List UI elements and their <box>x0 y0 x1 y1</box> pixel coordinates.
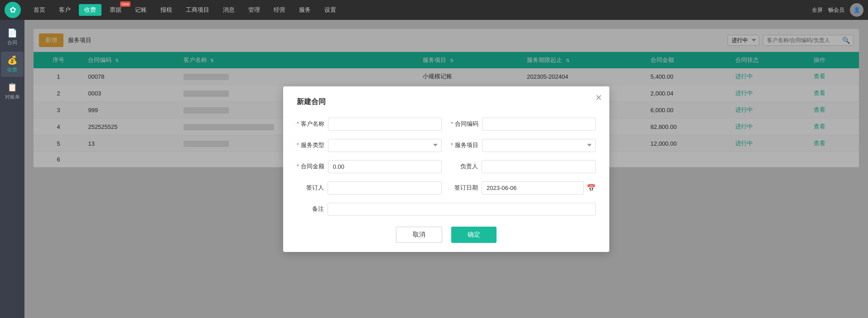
customer-name-label: 客户名称 <box>297 120 324 128</box>
avatar[interactable]: 👤 <box>850 3 863 17</box>
top-navigation: ✿ 首页 客户 收费 票据 new 记账 报税 工商项目 消息 管理 经营 服务… <box>0 0 868 20</box>
sidebar-item-fee[interactable]: 💰 收费 <box>1 52 24 77</box>
nav-invoice[interactable]: 票据 new <box>104 4 127 16</box>
nav-bookkeeping[interactable]: 记账 <box>130 4 152 16</box>
service-item-select-wrap <box>482 139 596 152</box>
new-badge: new <box>120 1 130 7</box>
sign-date-label: 签订日期 <box>451 184 478 192</box>
new-contract-modal: ✕ 新建合同 客户名称 合同编码 服务类型 <box>283 86 609 252</box>
nav-home[interactable]: 首页 <box>28 4 51 16</box>
confirm-button[interactable]: 确定 <box>451 227 497 243</box>
nav-settings[interactable]: 设置 <box>319 4 342 16</box>
responsible-input[interactable] <box>482 160 596 173</box>
contract-no-input[interactable] <box>482 118 596 131</box>
sidebar-item-contract[interactable]: 📄 合同 <box>1 24 24 50</box>
responsible-label: 负责人 <box>451 162 478 171</box>
sidebar-label-contract: 合同 <box>7 39 17 46</box>
remark-label: 备注 <box>297 205 324 213</box>
form-row-2: 服务类型 服务项目 <box>297 139 596 152</box>
signer-label: 签订人 <box>297 184 324 192</box>
form-group-customer-name: 客户名称 <box>297 118 442 131</box>
service-item-select[interactable] <box>482 139 596 152</box>
date-group: 📅 <box>482 181 596 195</box>
sign-date-input[interactable] <box>482 181 584 195</box>
content-area: 新增 服务项目 进行中 已完成 已终止 🔍 <box>24 20 868 318</box>
customer-name-input[interactable] <box>328 118 442 131</box>
form-group-contract-no: 合同编码 <box>451 118 596 131</box>
form-group-service-type: 服务类型 <box>297 139 442 152</box>
form-group-responsible: 负责人 <box>451 160 596 173</box>
signer-input[interactable] <box>328 181 442 195</box>
nav-operation[interactable]: 经营 <box>268 4 291 16</box>
nav-business[interactable]: 工商项目 <box>180 4 215 16</box>
amount-label: 合同金额 <box>297 162 324 171</box>
nav-tax[interactable]: 报税 <box>155 4 178 16</box>
contract-no-label: 合同编码 <box>451 120 478 128</box>
service-type-select-wrap <box>328 139 442 152</box>
form-group-remark: 备注 <box>297 203 596 216</box>
nav-service[interactable]: 服务 <box>294 4 316 16</box>
form-row-4: 签订人 签订日期 📅 <box>297 181 596 195</box>
statement-icon: 📋 <box>7 82 17 92</box>
modal-overlay: ✕ 新建合同 客户名称 合同编码 服务类型 <box>24 20 868 318</box>
form-row-5: 备注 <box>297 203 596 216</box>
contract-icon: 📄 <box>7 28 17 38</box>
modal-title: 新建合同 <box>297 97 596 107</box>
nav-message[interactable]: 消息 <box>217 4 240 16</box>
service-item-label: 服务项目 <box>451 141 478 149</box>
modal-footer: 取消 确定 <box>297 227 596 243</box>
amount-input[interactable] <box>328 160 442 173</box>
service-type-select[interactable] <box>328 139 442 152</box>
calendar-icon[interactable]: 📅 <box>587 184 596 192</box>
member-label[interactable]: 畅会员 <box>828 6 844 14</box>
form-group-sign-date: 签订日期 📅 <box>451 181 596 195</box>
cancel-button[interactable]: 取消 <box>396 227 442 243</box>
form-row-1: 客户名称 合同编码 <box>297 118 596 131</box>
sidebar: 📄 合同 💰 收费 📋 对账单 <box>0 20 24 318</box>
fullscreen-label[interactable]: 全屏 <box>812 6 823 14</box>
form-row-3: 合同金额 负责人 <box>297 160 596 173</box>
modal-close-button[interactable]: ✕ <box>595 93 602 103</box>
sidebar-label-statement: 对账单 <box>5 94 20 100</box>
form-group-amount: 合同金额 <box>297 160 442 173</box>
sidebar-label-fee: 收费 <box>7 66 17 73</box>
nav-fee[interactable]: 收费 <box>79 4 101 16</box>
fee-icon: 💰 <box>7 55 17 65</box>
top-right-tools: 全屏 畅会员 👤 <box>812 3 863 17</box>
main-layout: 📄 合同 💰 收费 📋 对账单 新增 服务项目 进行中 已完成 已终 <box>0 20 868 318</box>
nav-manage[interactable]: 管理 <box>243 4 265 16</box>
form-group-signer: 签订人 <box>297 181 442 195</box>
nav-customer[interactable]: 客户 <box>53 4 76 16</box>
logo: ✿ <box>5 2 21 18</box>
form-group-service-item: 服务项目 <box>451 139 596 152</box>
sidebar-item-statement[interactable]: 📋 对账单 <box>1 79 24 104</box>
service-type-label: 服务类型 <box>297 141 324 149</box>
remark-input[interactable] <box>328 203 596 216</box>
